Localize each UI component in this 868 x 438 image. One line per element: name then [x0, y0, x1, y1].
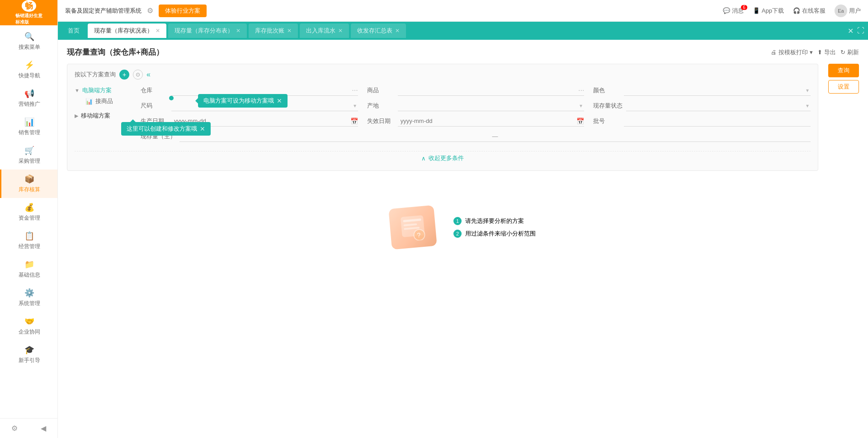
tab-inventory-status[interactable]: 现存量（库存状况表） ✕: [88, 24, 166, 38]
sidebar-item-purchase[interactable]: 🛒 采购管理: [0, 141, 57, 170]
batch-input[interactable]: [624, 116, 811, 127]
stock-qty-max[interactable]: [501, 131, 811, 141]
dot-indicator: [169, 96, 174, 100]
goods-input-wrap: ···: [398, 85, 585, 96]
color-input[interactable]: [624, 85, 811, 95]
sidebar-item-operation[interactable]: 📋 经营管理: [0, 226, 57, 255]
print-label: 按模板打印: [778, 48, 808, 57]
system-settings-btn[interactable]: ⚙: [147, 6, 153, 15]
online-support-btn[interactable]: 🎧 在线客服: [793, 7, 826, 15]
scheme-child-item[interactable]: 📊 接商品: [75, 96, 133, 107]
filter-header: 按以下方案查询 + ⊙ «: [75, 70, 811, 80]
filter-add-btn[interactable]: +: [119, 70, 129, 80]
filter-arrow-btn[interactable]: «: [146, 71, 151, 79]
sidebar-item-search[interactable]: 🔍 搜索菜单: [0, 27, 57, 56]
notification-btn[interactable]: 💬 消息 6: [723, 7, 744, 15]
export-btn[interactable]: ⬆ 导出: [817, 48, 836, 57]
sidebar-label-search: 搜索菜单: [19, 43, 40, 51]
stock-status-select: ▾: [626, 100, 811, 111]
tab-close-batch-account[interactable]: ✕: [287, 28, 292, 34]
tab-inventory-status-label: 现存量（库存状况表）: [94, 27, 153, 35]
print-icon: 🖨: [771, 49, 777, 56]
desktop-scheme[interactable]: ▼ 电脑端方案: [75, 85, 133, 96]
search-btn[interactable]: 查询: [828, 64, 859, 77]
tabs-bar: 首页 现存量（库存状况表） ✕ 现存量（库存分布表） ✕ 库存批次账 ✕ 出入库…: [58, 22, 868, 40]
tab-close-inventory-status[interactable]: ✕: [156, 28, 160, 34]
user-menu[interactable]: Ea 用户: [835, 5, 861, 17]
sales-icon: 📊: [24, 117, 34, 127]
tooltip-1-text: 电脑方案可设为移动方案哦: [203, 97, 274, 105]
print-btn[interactable]: 🖨 按模板打印 ▾: [771, 48, 813, 57]
sidebar-item-guide[interactable]: 🎓 新手引导: [0, 340, 57, 369]
main-area: 装备及固定资产辅助管理系统 ⚙ 体验行业方案 💬 消息 6 📱 App下载 🎧 …: [58, 0, 868, 438]
step-2-num: 2: [453, 230, 462, 238]
sidebar-label-sales: 销售管理: [19, 129, 40, 137]
filter-copy-btn[interactable]: ⊙: [133, 70, 143, 80]
mobile-scheme[interactable]: ▶ 移动端方案: [75, 110, 133, 121]
tab-collect-summary-label: 收发存汇总表: [357, 27, 392, 35]
filter-item-goods: 商品 ···: [367, 85, 585, 96]
sidebar-label-operation: 经营管理: [19, 243, 40, 250]
sidebar-item-basic[interactable]: 📁 基础信息: [0, 255, 57, 283]
refresh-label: 刷新: [847, 48, 859, 57]
tab-batch-account[interactable]: 库存批次账 ✕: [249, 24, 298, 38]
sidebar-label-enterprise: 企业协同: [19, 328, 40, 336]
refresh-btn[interactable]: ↻ 刷新: [840, 48, 859, 57]
sidebar-item-inventory[interactable]: 📦 库存核算: [0, 170, 57, 198]
trial-btn[interactable]: 体验行业方案: [159, 5, 207, 17]
stock-status-label: 现存量状态: [593, 102, 623, 110]
tab-close-all-btn[interactable]: ✕: [848, 27, 854, 35]
stock-qty-min[interactable]: [179, 131, 490, 141]
tooltip-1-close[interactable]: ✕: [277, 97, 282, 104]
tooltip-create-bubble: 这里可以创建和修改方案哦 ✕: [121, 122, 211, 136]
settings-footer-btn[interactable]: ⚙: [11, 424, 18, 433]
system-icon: ⚙️: [24, 288, 34, 298]
tab-home[interactable]: 首页: [61, 24, 86, 38]
goods-input[interactable]: [398, 85, 578, 95]
warehouse-more-icon[interactable]: ···: [352, 86, 358, 94]
tab-close-collect-summary[interactable]: ✕: [395, 28, 400, 34]
sidebar-item-system[interactable]: ⚙️ 系统管理: [0, 283, 57, 312]
sidebar-item-quick-nav[interactable]: ⚡ 快捷导航: [0, 56, 57, 84]
app-download-btn[interactable]: 📱 App下载: [753, 7, 784, 15]
sidebar-item-sales[interactable]: 📊 销售管理: [0, 113, 57, 141]
search-icon: 🔍: [24, 32, 34, 42]
tab-close-inout-flow[interactable]: ✕: [338, 28, 343, 34]
content-area: 现存量查询（按仓库+商品） 🖨 按模板打印 ▾ ⬆ 导出 ↻ 刷新: [58, 40, 868, 438]
tab-fullscreen-btn[interactable]: ⛶: [857, 27, 864, 35]
stock-status-input[interactable]: [626, 100, 811, 111]
origin-input[interactable]: [398, 100, 585, 111]
collapse-label: 收起更多条件: [429, 154, 464, 162]
sidebar-item-marketing[interactable]: 📢 营销推广: [0, 84, 57, 113]
reset-btn[interactable]: 设置: [828, 80, 859, 94]
tab-close-inventory-dist[interactable]: ✕: [236, 28, 241, 34]
sidebar-item-finance[interactable]: 💰 资金管理: [0, 198, 57, 226]
sidebar-label-quick-nav: 快捷导航: [19, 72, 40, 80]
filter-label: 按以下方案查询: [75, 71, 116, 79]
origin-label: 产地: [367, 102, 394, 110]
finance-icon: 💰: [24, 203, 34, 212]
tooltip-2-close[interactable]: ✕: [200, 125, 205, 132]
filter-item-origin: 产地 ▾: [367, 100, 585, 111]
marketing-icon: 📢: [24, 89, 34, 99]
mobile-icon: 📱: [753, 7, 760, 14]
search-btn-group: 查询 设置: [828, 64, 859, 94]
collapse-sidebar-btn[interactable]: ◀: [41, 424, 46, 433]
expire-date-calendar-icon[interactable]: 📅: [576, 118, 584, 125]
scheme-and-fields: ▼ 电脑端方案 📊 接商品 ▶ 移动端方案: [75, 85, 811, 146]
sidebar-label-guide: 新手引导: [19, 357, 40, 364]
sidebar-item-enterprise[interactable]: 🤝 企业协同: [0, 312, 57, 340]
top-header: 装备及固定资产辅助管理系统 ⚙ 体验行业方案 💬 消息 6 📱 App下载 🎧 …: [58, 0, 868, 22]
sidebar-label-finance: 资金管理: [19, 214, 40, 222]
goods-more-icon[interactable]: ···: [578, 86, 584, 94]
collapse-btn[interactable]: ∧ 收起更多条件: [75, 151, 811, 165]
tab-inout-flow[interactable]: 出入库流水 ✕: [300, 24, 349, 38]
page-header: 现存量查询（按仓库+商品） 🖨 按模板打印 ▾ ⬆ 导出 ↻ 刷新: [67, 47, 859, 57]
enterprise-icon: 🤝: [24, 316, 34, 326]
tab-inventory-dist[interactable]: 现存量（库存分布表） ✕: [168, 24, 247, 38]
produce-date-calendar-icon[interactable]: 📅: [350, 118, 358, 125]
notif-icon: 💬: [723, 7, 730, 14]
expire-date-input[interactable]: [398, 116, 577, 126]
tab-collect-summary[interactable]: 收发存汇总表 ✕: [351, 24, 406, 38]
color-label: 颜色: [593, 86, 620, 94]
